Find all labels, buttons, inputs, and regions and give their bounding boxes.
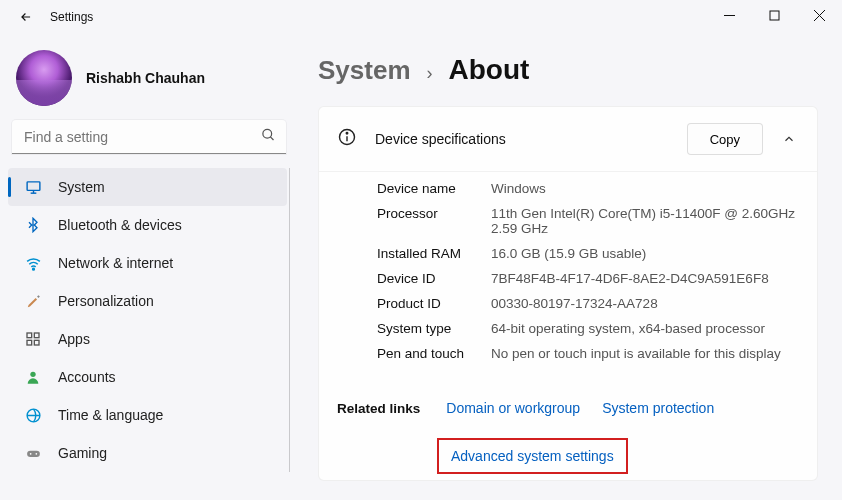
sidebar-item-apps[interactable]: Apps — [8, 320, 287, 358]
sidebar-item-personalization[interactable]: Personalization — [8, 282, 287, 320]
sidebar-item-label: Bluetooth & devices — [58, 217, 182, 233]
info-icon — [337, 127, 357, 151]
svg-rect-12 — [27, 340, 32, 345]
spec-row: Device nameWindows — [377, 176, 799, 201]
svg-point-21 — [346, 133, 348, 135]
spec-row: System type64-bit operating system, x64-… — [377, 316, 799, 341]
gamepad-icon — [24, 444, 42, 462]
sidebar-item-label: System — [58, 179, 105, 195]
svg-point-9 — [32, 268, 34, 270]
clock-globe-icon — [24, 406, 42, 424]
svg-rect-13 — [34, 340, 39, 345]
sidebar-item-label: Personalization — [58, 293, 154, 309]
window-title: Settings — [50, 10, 93, 24]
related-links: Related links Domain or workgroup System… — [319, 384, 817, 480]
sidebar-item-system[interactable]: System — [8, 168, 287, 206]
card-title: Device specifications — [375, 131, 687, 147]
spec-row: Installed RAM16.0 GB (15.9 GB usable) — [377, 241, 799, 266]
profile-name: Rishabh Chauhan — [86, 70, 205, 86]
sidebar-item-label: Network & internet — [58, 255, 173, 271]
profile[interactable]: Rishabh Chauhan — [8, 44, 290, 120]
chevron-right-icon: › — [427, 63, 433, 84]
spec-row: Device ID7BF48F4B-4F17-4D6F-8AE2-D4C9A59… — [377, 266, 799, 291]
sidebar-item-gaming[interactable]: Gaming — [8, 434, 287, 472]
breadcrumb: System › About — [318, 54, 818, 86]
close-button[interactable] — [797, 0, 842, 30]
sidebar-item-bluetooth[interactable]: Bluetooth & devices — [8, 206, 287, 244]
link-system-protection[interactable]: System protection — [602, 400, 714, 416]
sidebar-item-label: Time & language — [58, 407, 163, 423]
sidebar-item-time[interactable]: Time & language — [8, 396, 287, 434]
spec-row: Processor11th Gen Intel(R) Core(TM) i5-1… — [377, 201, 799, 241]
svg-rect-10 — [27, 333, 32, 338]
sidebar-item-label: Gaming — [58, 445, 107, 461]
sidebar: Rishabh Chauhan System Bluetooth & devic… — [0, 34, 298, 500]
wifi-icon — [24, 254, 42, 272]
breadcrumb-parent[interactable]: System — [318, 55, 411, 86]
svg-point-18 — [35, 453, 37, 455]
device-spec-card: Device specifications Copy Device nameWi… — [318, 106, 818, 481]
sidebar-item-network[interactable]: Network & internet — [8, 244, 287, 282]
svg-point-4 — [263, 129, 272, 138]
person-icon — [24, 368, 42, 386]
svg-rect-16 — [27, 450, 40, 456]
chevron-up-icon[interactable] — [779, 129, 799, 149]
minimize-button[interactable] — [707, 0, 752, 30]
sidebar-item-accounts[interactable]: Accounts — [8, 358, 287, 396]
search-box — [12, 120, 286, 154]
back-button[interactable] — [18, 9, 34, 25]
svg-line-5 — [270, 137, 273, 140]
link-advanced-system-settings[interactable]: Advanced system settings — [437, 438, 628, 474]
bluetooth-icon — [24, 216, 42, 234]
nav: System Bluetooth & devices Network & int… — [8, 168, 290, 472]
svg-point-17 — [29, 453, 31, 455]
copy-button[interactable]: Copy — [687, 123, 763, 155]
spec-row: Product ID00330-80197-17324-AA728 — [377, 291, 799, 316]
svg-rect-11 — [34, 333, 39, 338]
spec-row: Pen and touchNo pen or touch input is av… — [377, 341, 799, 366]
sidebar-item-label: Apps — [58, 331, 90, 347]
window-controls — [707, 0, 842, 30]
apps-icon — [24, 330, 42, 348]
svg-point-14 — [30, 372, 35, 377]
link-domain-workgroup[interactable]: Domain or workgroup — [446, 400, 580, 416]
maximize-button[interactable] — [752, 0, 797, 30]
search-input[interactable] — [12, 120, 286, 154]
brush-icon — [24, 292, 42, 310]
card-header: Device specifications Copy — [319, 107, 817, 171]
related-label: Related links — [337, 401, 420, 416]
svg-rect-1 — [770, 11, 779, 20]
spec-list: Device nameWindows Processor11th Gen Int… — [319, 171, 817, 384]
main-content: System › About Device specifications Cop… — [298, 34, 842, 500]
svg-rect-6 — [27, 181, 40, 190]
system-icon — [24, 178, 42, 196]
page-title: About — [449, 54, 530, 86]
sidebar-item-label: Accounts — [58, 369, 116, 385]
avatar — [16, 50, 72, 106]
search-icon — [261, 128, 276, 147]
